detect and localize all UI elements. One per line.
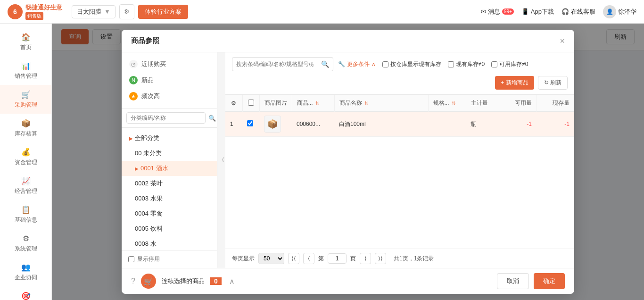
current-page-input[interactable] [328, 253, 347, 264]
row-code-cell: 000600... [292, 112, 334, 137]
category-item-uncategorized[interactable]: 00 未分类 [122, 146, 217, 161]
checkbox-usable-label[interactable]: 可用库存≠0 [491, 60, 528, 68]
table-row[interactable]: 1 📦 000600... [225, 112, 574, 137]
filter-button[interactable]: 🔧 更多条件 ∧ [338, 60, 376, 68]
avatar: 👤 [603, 5, 616, 18]
th-name-label: 商品名称 [339, 100, 362, 106]
sidebar-item-inventory[interactable]: 📦 库存核算 [0, 114, 51, 142]
tab-label-freq: 频次高 [141, 92, 160, 100]
purchase-icon: 🛒 [21, 90, 31, 99]
new-icon: N [129, 76, 138, 84]
help-icon[interactable]: ? [131, 277, 135, 285]
total-info: 共1页，1条记录 [394, 255, 434, 263]
cancel-button[interactable]: 取消 [497, 273, 529, 289]
message-badge: 99+ [502, 8, 514, 15]
nav-right: ✉ 消息 99+ 📱 App下载 🎧 在线客服 👤 徐泽华 [481, 5, 636, 18]
sidebar-item-system[interactable]: ⚙ 系统管理 [0, 229, 51, 258]
sidebar-item-operations[interactable]: 📈 经营管理 [0, 171, 51, 200]
modal-overlay: 商品参照 × ◷ 近期购买 [52, 24, 644, 300]
page-di-label: 第 [318, 255, 324, 263]
th-spec[interactable]: 规格... ⇅ [428, 95, 466, 112]
page-label: 页 [350, 255, 356, 263]
checkbox-available[interactable] [448, 61, 454, 67]
first-page-button[interactable]: ⟨⟨ [288, 253, 299, 264]
freq-icon: ★ [129, 92, 138, 100]
product-search-input[interactable] [232, 61, 317, 67]
th-unit: 主计量 [466, 95, 499, 112]
online-service-button[interactable]: 🎧 在线客服 [561, 8, 595, 16]
sort-code-icon: ⇅ [315, 100, 319, 106]
sidebar-item-basic-info[interactable]: 📋 基础信息 [0, 200, 51, 229]
tab-label-new: 新品 [141, 76, 154, 84]
th-settings[interactable]: ⚙ [225, 95, 242, 112]
navbar: 6 畅捷通好生意 销售版 日太阳膜 ▼ ⚙ 体验行业方案 ✉ 消息 99+ 📱 … [0, 0, 644, 24]
checkbox-usable[interactable] [491, 61, 497, 67]
th-product-code[interactable]: 商品... ⇅ [292, 95, 334, 112]
logo-text: 畅捷通好生意 销售版 [25, 3, 62, 20]
tab-new-products[interactable]: N 新品 [122, 72, 217, 88]
select-all-checkbox[interactable] [248, 100, 254, 106]
category-search-input[interactable] [126, 112, 206, 124]
home-icon: 🏠 [21, 32, 31, 42]
row-available: -1 [527, 121, 532, 127]
sidebar-item-finance[interactable]: 💰 资金管理 [0, 142, 51, 171]
last-page-button[interactable]: ⟩⟩ [375, 253, 386, 264]
logo-icon: 6 [8, 4, 23, 19]
prev-page-button[interactable]: ⟨ [303, 253, 314, 264]
category-item-water[interactable]: 0008 水 [122, 236, 217, 250]
logo-area: 6 畅捷通好生意 销售版 [8, 3, 62, 20]
trial-button[interactable]: 体验行业方案 [138, 5, 188, 19]
next-page-button[interactable]: ⟩ [360, 253, 371, 264]
confirm-button[interactable]: 确定 [534, 273, 565, 289]
recent-icon: ◷ [129, 60, 138, 68]
category-item-all[interactable]: ▶ 全部分类 [122, 131, 217, 146]
show-disabled-label: 显示停用 [137, 255, 160, 263]
shop-selector[interactable]: 日太阳膜 ▼ [72, 5, 116, 18]
settings-icon[interactable]: ⚙ [119, 4, 134, 19]
cart-button[interactable]: 🛒 [141, 274, 156, 289]
toolbar-actions: + 新增商品 ↻ 刷新 [495, 76, 568, 90]
page-size-select[interactable]: 20 50 100 [258, 253, 284, 264]
main-area: 查询 设置 刷新 商品参照 × [52, 24, 644, 300]
th-stock-label: 现存量 [553, 100, 570, 106]
show-disabled-area: 显示停用 [122, 250, 217, 268]
category-item-beverage[interactable]: 0005 饮料 [122, 221, 217, 236]
page-size-label: 每页显示 [232, 255, 255, 263]
sidebar: 🏠 首页 📊 销售管理 🛒 采购管理 📦 库存核算 💰 资金管理 📈 经营管理 … [0, 24, 52, 300]
left-panel: ◷ 近期购买 N 新品 ★ 频次高 [122, 52, 217, 268]
category-item-fruit[interactable]: 0003 水果 [122, 191, 217, 206]
checkbox-available-label[interactable]: 现有库存≠0 [448, 60, 485, 68]
category-search-icon[interactable]: 🔍 [208, 115, 216, 122]
left-panel-collapse-button[interactable]: 《 [217, 52, 225, 268]
row-checkbox[interactable] [247, 120, 253, 126]
pagination-area: 每页显示 20 50 100 ⟨⟨ ⟨ 第 页 ⟩ [225, 249, 574, 268]
modal-close-button[interactable]: × [560, 37, 565, 45]
checkbox-warehouse[interactable] [382, 61, 388, 67]
category-item-tea[interactable]: 0002 茶叶 [122, 176, 217, 191]
operations-icon: 📈 [21, 176, 31, 185]
category-item-wine[interactable]: ▶ 0001 酒水 [122, 161, 217, 176]
sidebar-item-purchase[interactable]: 🛒 采购管理 [0, 85, 51, 114]
sidebar-item-home[interactable]: 🏠 首页 [0, 27, 51, 56]
category-tree: ▶ 全部分类 00 未分类 ▶ 0001 酒水 [122, 128, 217, 250]
app-download-button[interactable]: 📱 App下载 [521, 8, 554, 16]
tab-recent-purchase[interactable]: ◷ 近期购买 [122, 56, 217, 72]
sidebar-item-collab[interactable]: 👥 企业协同 [0, 258, 51, 286]
show-disabled-checkbox[interactable] [128, 256, 134, 262]
modal-body: ◷ 近期购买 N 新品 ★ 频次高 [122, 52, 574, 268]
sidebar-item-guide[interactable]: 🎯 新手引导 [0, 286, 51, 300]
add-product-button[interactable]: + 新增商品 [495, 76, 534, 90]
left-panel-wrapper: ◷ 近期购买 N 新品 ★ 频次高 [122, 52, 225, 268]
category-item-snack[interactable]: 0004 零食 [122, 206, 217, 221]
user-area[interactable]: 👤 徐泽华 [603, 5, 636, 18]
footer-collapse-icon[interactable]: ∧ [229, 277, 235, 286]
left-quick-tabs: ◷ 近期购买 N 新品 ★ 频次高 [122, 52, 217, 108]
sidebar-item-sales[interactable]: 📊 销售管理 [0, 56, 51, 85]
refresh-product-button[interactable]: ↻ 刷新 [538, 76, 568, 90]
message-button[interactable]: ✉ 消息 99+ [481, 8, 514, 16]
row-unit-cell: 瓶 [466, 112, 499, 137]
product-search-button[interactable]: 🔍 [317, 60, 333, 68]
th-product-name[interactable]: 商品名称 ⇅ [334, 95, 428, 112]
checkbox-warehouse-label[interactable]: 按仓库显示现有库存 [382, 60, 441, 68]
tab-frequent[interactable]: ★ 频次高 [122, 88, 217, 104]
